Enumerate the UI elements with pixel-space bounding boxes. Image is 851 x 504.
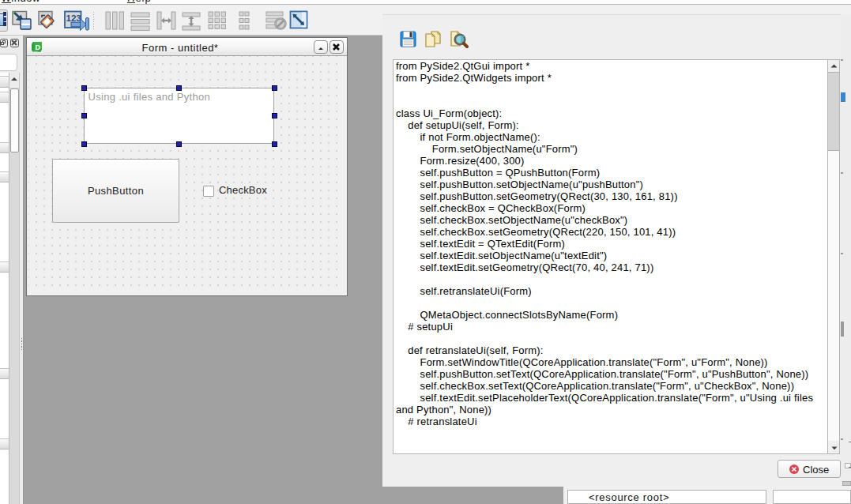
svg-text:123: 123: [66, 13, 81, 23]
